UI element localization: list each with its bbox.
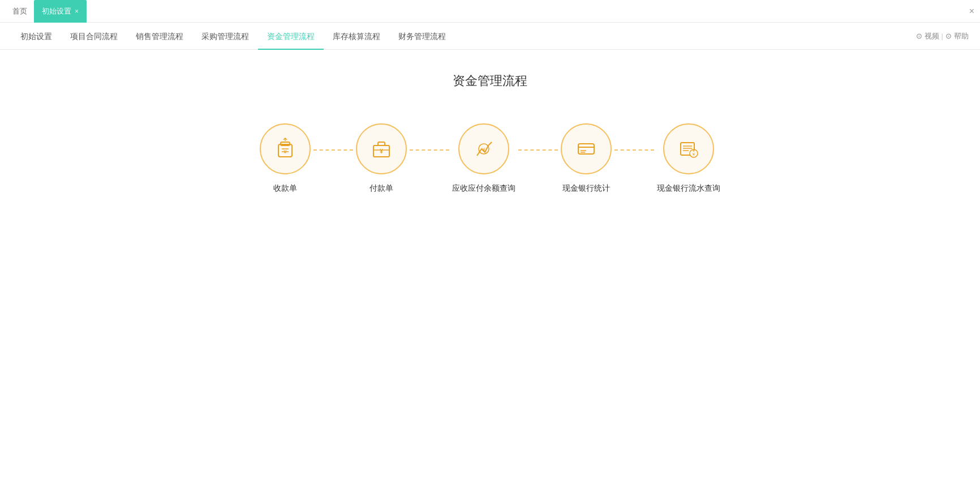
step-balance: ¥ 应收应付余额查询 <box>452 123 515 194</box>
nav-right: ⊙ 视频 | ⊙ 帮助 <box>916 31 969 41</box>
step-bank-flow-label: 现金银行流水查询 <box>657 183 720 194</box>
nav-item-funds[interactable]: 资金管理流程 <box>258 23 324 50</box>
bank-stats-icon <box>574 136 599 161</box>
step-payment-label: 付款单 <box>369 183 393 194</box>
active-tab-label: 初始设置 <box>42 0 71 23</box>
top-bar: 首页 初始设置 × × <box>0 0 980 23</box>
nav-item-inventory[interactable]: 库存核算流程 <box>324 23 389 50</box>
connector-3 <box>515 149 561 151</box>
balance-icon: ¥ <box>471 136 496 161</box>
connector-2 <box>407 149 452 151</box>
help-circle-icon: ⊙ <box>945 32 952 40</box>
step-receipt-circle[interactable]: ¥ <box>260 123 311 174</box>
active-tab[interactable]: 初始设置 × <box>34 0 87 23</box>
help-link[interactable]: 帮助 <box>954 31 969 41</box>
video-link[interactable]: 视频 <box>925 31 939 41</box>
bank-flow-icon: ¥ <box>676 136 701 161</box>
receipt-icon: ¥ <box>273 136 298 161</box>
tab-close-icon[interactable]: × <box>75 0 79 23</box>
home-tab[interactable]: 首页 <box>6 0 34 23</box>
svg-text:¥: ¥ <box>692 152 695 157</box>
flow-steps: ¥ 收款单 ¥ 付款单 <box>260 123 720 194</box>
step-receipt-label: 收款单 <box>273 183 297 194</box>
nav-divider: | <box>942 32 943 40</box>
step-balance-label: 应收应付余额查询 <box>452 183 515 194</box>
step-payment: ¥ 付款单 <box>356 123 407 194</box>
step-bank-stats-circle[interactable] <box>561 123 612 174</box>
step-payment-circle[interactable]: ¥ <box>356 123 407 174</box>
step-receipt: ¥ 收款单 <box>260 123 311 194</box>
nav-item-contract[interactable]: 项目合同流程 <box>61 23 127 50</box>
nav-item-sales[interactable]: 销售管理流程 <box>127 23 192 50</box>
connector-1 <box>311 149 356 151</box>
step-bank-flow: ¥ 现金银行流水查询 <box>657 123 720 194</box>
step-bank-stats: 现金银行统计 <box>561 123 612 194</box>
step-bank-stats-label: 现金银行统计 <box>562 183 610 194</box>
window-close-button[interactable]: × <box>969 6 974 16</box>
main-content: 资金管理流程 ¥ 收款单 <box>0 50 980 216</box>
step-balance-circle[interactable]: ¥ <box>458 123 509 174</box>
page-title: 资金管理流程 <box>453 72 527 89</box>
payment-icon: ¥ <box>369 136 394 161</box>
nav-item-finance[interactable]: 财务管理流程 <box>389 23 455 50</box>
nav-item-purchase[interactable]: 采购管理流程 <box>192 23 258 50</box>
video-circle-icon: ⊙ <box>916 32 922 40</box>
nav-item-initial[interactable]: 初始设置 <box>11 23 61 50</box>
svg-text:¥: ¥ <box>482 147 485 152</box>
connector-4 <box>612 149 657 151</box>
svg-text:¥: ¥ <box>283 149 287 155</box>
step-bank-flow-circle[interactable]: ¥ <box>663 123 714 174</box>
nav-bar: 初始设置 项目合同流程 销售管理流程 采购管理流程 资金管理流程 库存核算流程 … <box>0 23 980 50</box>
svg-text:¥: ¥ <box>380 148 383 155</box>
